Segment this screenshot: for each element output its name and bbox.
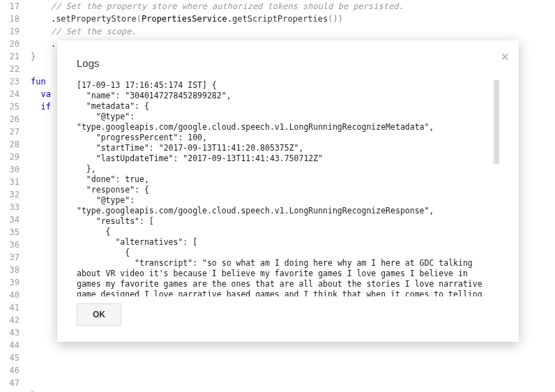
line-number: 38	[0, 264, 20, 276]
log-output: [17-09-13 17:16:45:174 IST] { "name": "3…	[77, 80, 499, 296]
line-number: 48	[0, 389, 20, 392]
line-number: 24	[0, 88, 20, 100]
code-line[interactable]: .setPropertyStore(PropertiesService.getS…	[31, 13, 555, 25]
modal-overlay: × Logs [17-09-13 17:16:45:174 IST] { "na…	[0, 0, 555, 392]
line-number: 17	[0, 0, 20, 13]
logs-dialog: × Logs [17-09-13 17:16:45:174 IST] { "na…	[57, 40, 519, 342]
line-number: 37	[0, 251, 20, 264]
line-number: 31	[0, 176, 20, 188]
close-icon[interactable]: ×	[501, 49, 509, 65]
dialog-title: Logs	[77, 57, 499, 69]
line-number: 36	[0, 239, 20, 251]
ok-button[interactable]: OK	[77, 303, 121, 326]
line-number: 18	[0, 13, 20, 25]
line-number: 25	[0, 100, 20, 113]
line-number: 40	[0, 289, 20, 301]
line-number: 28	[0, 138, 20, 151]
code-line[interactable]: // Set the property store where authoriz…	[31, 0, 555, 13]
line-number: 33	[0, 201, 20, 213]
line-number: 21	[0, 50, 20, 63]
line-number: 30	[0, 163, 20, 176]
log-container: [17-09-13 17:16:45:174 IST] { "name": "3…	[77, 80, 499, 296]
line-number: 34	[0, 213, 20, 226]
line-number: 42	[0, 314, 20, 326]
code-line[interactable]: // Set the scope.	[31, 25, 555, 38]
line-number: 46	[0, 364, 20, 377]
code-line[interactable]	[31, 364, 555, 377]
scrollbar-thumb[interactable]	[494, 80, 499, 164]
line-number: 44	[0, 339, 20, 352]
line-number: 43	[0, 326, 20, 339]
line-gutter: 1718192021222324252627282930313233343536…	[0, 0, 25, 392]
line-number: 27	[0, 126, 20, 138]
code-line[interactable]	[31, 352, 555, 364]
line-number: 19	[0, 25, 20, 38]
line-number: 22	[0, 63, 20, 75]
code-line[interactable]	[31, 377, 555, 389]
line-number: 26	[0, 113, 20, 126]
line-number: 45	[0, 352, 20, 364]
line-number: 29	[0, 151, 20, 163]
line-number: 41	[0, 301, 20, 314]
line-number: 47	[0, 377, 20, 389]
line-number: 35	[0, 226, 20, 239]
line-number: 39	[0, 276, 20, 289]
line-number: 32	[0, 188, 20, 201]
line-number: 20	[0, 38, 20, 50]
line-number: 23	[0, 75, 20, 88]
code-line[interactable]: }	[31, 389, 555, 392]
dialog-footer: OK	[77, 303, 499, 326]
